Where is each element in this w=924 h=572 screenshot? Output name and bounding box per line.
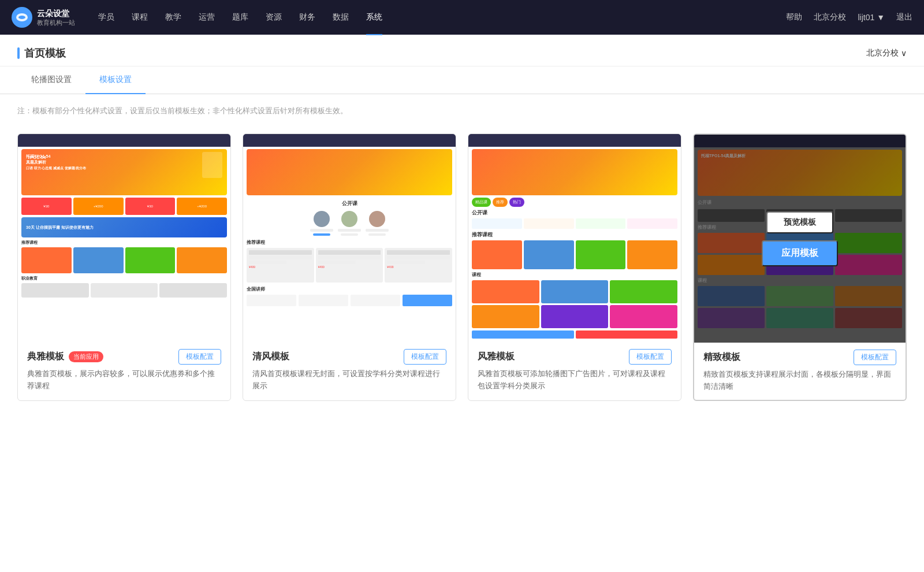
template-1-current-badge: 当前应用 bbox=[69, 351, 103, 362]
template-card-2[interactable]: 公开课 bbox=[243, 133, 456, 401]
template-4-preview-button[interactable]: 预览模板 bbox=[766, 211, 833, 233]
note-text: 注：模板有部分个性化样式设置，设置后仅当前模板生效；非个性化样式设置后针对所有模… bbox=[0, 94, 924, 122]
template-3-config-button[interactable]: 模板配置 bbox=[629, 349, 672, 365]
template-3-desc: 风雅首页模板可添加轮播图下广告图片，可对课程及课程包设置学科分类展示 bbox=[478, 368, 672, 392]
logo-icon bbox=[12, 7, 32, 28]
nav-item-system[interactable]: 系统 bbox=[366, 10, 382, 25]
template-3-footer: 风雅模板 模板配置 风雅首页模板可添加轮播图下广告图片，可对课程及课程包设置学科… bbox=[468, 342, 681, 399]
template-4-name: 精致模板 bbox=[703, 351, 740, 363]
template-1-footer: 典雅模板 当前应用 模板配置 典雅首页模板，展示内容较多，可以展示优惠券和多个推… bbox=[18, 342, 230, 399]
nav-item-students[interactable]: 学员 bbox=[98, 10, 114, 25]
template-2-footer: 清风模板 模板配置 清风首页模板课程无封面，可设置按学科分类对课程进行展示 bbox=[243, 342, 456, 399]
page-title: 首页模板 bbox=[24, 46, 66, 60]
template-2-config-button[interactable]: 模板配置 bbox=[404, 349, 446, 365]
template-preview-2: 公开课 bbox=[243, 134, 456, 342]
branch-selector[interactable]: 北京分校 ∨ bbox=[866, 48, 907, 58]
logout-link[interactable]: 退出 bbox=[896, 12, 912, 23]
template-3-name: 风雅模板 bbox=[478, 351, 515, 363]
template-4-apply-button[interactable]: 应用模板 bbox=[762, 240, 838, 266]
nav-item-teaching[interactable]: 教学 bbox=[165, 10, 181, 25]
tabs-container: 轮播图设置 模板设置 bbox=[0, 66, 924, 94]
nav-item-data[interactable]: 数据 bbox=[333, 10, 349, 25]
nav-item-finance[interactable]: 财务 bbox=[299, 10, 315, 25]
template-2-name: 清风模板 bbox=[252, 351, 289, 363]
branch-link[interactable]: 北京分校 bbox=[814, 12, 846, 23]
template-1-config-button[interactable]: 模板配置 bbox=[178, 349, 221, 365]
top-navigation: 云朵设堂 教育机构一站 学员 课程 教学 运营 题库 资源 财务 数据 系统 帮… bbox=[0, 0, 924, 35]
template-card-1[interactable]: 托福TPO1-54真题及解析口语 听力 心总规 减减点 使解题 统分布 ¥30 … bbox=[17, 133, 231, 401]
logo[interactable]: 云朵设堂 教育机构一站 bbox=[12, 7, 75, 28]
template-4-config-button[interactable]: 模板配置 bbox=[854, 350, 896, 365]
template-preview-3: 精品课 推荐 热门 公开课 推荐课程 bbox=[468, 134, 681, 342]
nav-item-questions[interactable]: 题库 bbox=[232, 10, 248, 25]
template-1-name: 典雅模板 bbox=[27, 351, 64, 363]
nav-right: 帮助 北京分校 lijt01 ▼ 退出 bbox=[786, 12, 912, 23]
template-grid: 托福TPO1-54真题及解析口语 听力 心总规 减减点 使解题 统分布 ¥30 … bbox=[0, 122, 924, 424]
chevron-down-icon: ∨ bbox=[901, 49, 907, 58]
main-nav: 学员 课程 教学 运营 题库 资源 财务 数据 系统 bbox=[98, 10, 786, 25]
tab-banner-settings[interactable]: 轮播图设置 bbox=[17, 66, 85, 94]
template-card-3[interactable]: 精品课 推荐 热门 公开课 推荐课程 bbox=[468, 133, 681, 401]
page-title-bar bbox=[17, 47, 20, 59]
template-4-desc: 精致首页模板支持课程展示封面，各模板分隔明显，界面简洁清晰 bbox=[703, 369, 896, 393]
user-menu[interactable]: lijt01 ▼ bbox=[858, 13, 885, 22]
template-2-desc: 清风首页模板课程无封面，可设置按学科分类对课程进行展示 bbox=[252, 368, 446, 392]
page-header: 首页模板 北京分校 ∨ bbox=[0, 35, 924, 66]
nav-item-operations[interactable]: 运营 bbox=[199, 10, 215, 25]
template-card-4[interactable]: 托福TPO1-54真题及解析 公开课 推荐课程 bbox=[693, 133, 907, 401]
nav-item-courses[interactable]: 课程 bbox=[132, 10, 148, 25]
template-4-overlay: 预览模板 应用模板 bbox=[694, 135, 906, 343]
tab-template-settings[interactable]: 模板设置 bbox=[85, 66, 146, 94]
main-content: 首页模板 北京分校 ∨ 轮播图设置 模板设置 注：模板有部分个性化样式设置，设置… bbox=[0, 35, 924, 572]
template-1-desc: 典雅首页模板，展示内容较多，可以展示优惠券和多个推荐课程 bbox=[27, 368, 221, 392]
logo-text: 云朵设堂 教育机构一站 bbox=[37, 8, 75, 27]
help-link[interactable]: 帮助 bbox=[786, 12, 802, 23]
nav-item-resources[interactable]: 资源 bbox=[266, 10, 282, 25]
template-preview-4: 托福TPO1-54真题及解析 公开课 推荐课程 bbox=[694, 135, 906, 343]
page-title-wrap: 首页模板 bbox=[17, 46, 66, 60]
template-4-footer: 精致模板 模板配置 精致首页模板支持课程展示封面，各模板分隔明显，界面简洁清晰 bbox=[694, 343, 906, 400]
template-preview-1: 托福TPO1-54真题及解析口语 听力 心总规 减减点 使解题 统分布 ¥30 … bbox=[18, 134, 230, 342]
svg-point-1 bbox=[18, 16, 25, 19]
